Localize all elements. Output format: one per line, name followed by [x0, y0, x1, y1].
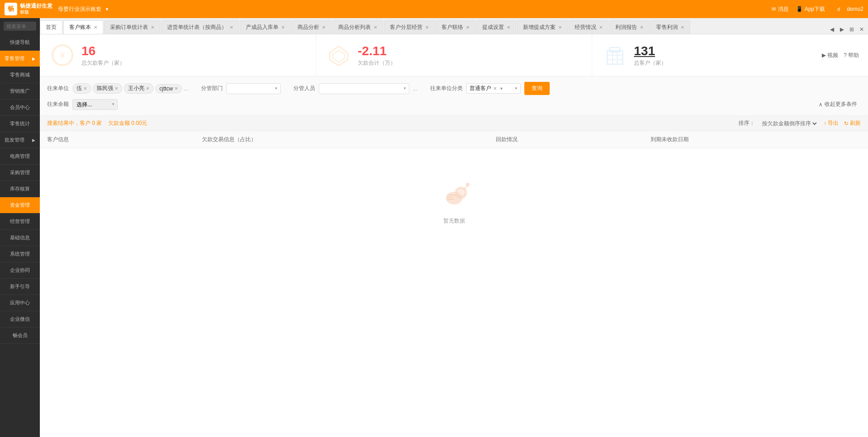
unit-tag-0[interactable]: 伍 ✕ [72, 83, 91, 94]
tag-close-0[interactable]: ✕ [83, 86, 87, 91]
tab-prev-btn[interactable]: ◀ [827, 25, 836, 34]
sidebar-item-member2[interactable]: 畅会员 [0, 328, 40, 344]
filter-more-btn[interactable]: ... [184, 86, 188, 92]
video-btn[interactable]: ▶ 视频 [822, 52, 838, 59]
stat-bar-right: ▶ 视频 ? 帮助 [822, 52, 859, 59]
dept-select[interactable] [226, 83, 281, 94]
wholesale-arrow: ▶ [32, 138, 35, 142]
tab-close-commission[interactable]: ✕ [507, 25, 510, 30]
tab-close-product-inbound[interactable]: ✕ [281, 25, 285, 30]
unit-tag-2[interactable]: 王小亮 ✕ [124, 83, 153, 94]
sidebar-item-enterprise[interactable]: 企业协同 [0, 262, 40, 279]
tab-purchase-order[interactable]: 采购订单统计表 ✕ [104, 20, 160, 34]
tab-product-analysis-list[interactable]: 商品分析列表 ✕ [332, 20, 383, 34]
sidebar-item-wholesale[interactable]: 批发管理 ▶ [0, 132, 40, 148]
tab-close-customer-ledger[interactable]: ✕ [94, 25, 97, 30]
tab-close-contact[interactable]: ✕ [466, 25, 470, 30]
tab-commission-settings[interactable]: 提成设置 ✕ [476, 20, 516, 34]
person-select-wrap [319, 83, 409, 94]
tab-home[interactable]: 首页 [40, 20, 62, 34]
tab-close-product-analysis[interactable]: ✕ [322, 25, 326, 30]
tab-inbound-stats[interactable]: 进货单统计表（按商品） ✕ [161, 20, 239, 34]
stat-info-amount: -2.11 欠款合计（万） [358, 43, 396, 67]
query-button[interactable]: 查询 [524, 82, 550, 95]
tab-retail-profit[interactable]: 零售利润 ✕ [650, 20, 690, 34]
category-tag-wrap[interactable]: 普通客户 ✕ ▼ [466, 83, 521, 94]
app-download-btn[interactable]: 📱 App下载 [796, 5, 825, 13]
tag-close-2[interactable]: ✕ [146, 86, 149, 91]
tab-close-purchase[interactable]: ✕ [151, 25, 154, 30]
tab-next-btn[interactable]: ▶ [837, 25, 846, 34]
tab-close-product-list[interactable]: ✕ [374, 25, 377, 30]
sidebar-item-basic[interactable]: 基础信息 [0, 230, 40, 246]
amount-select[interactable]: 选择... [72, 99, 118, 110]
top-bar-right: ✉ 消息 📱 App下载 d demo2 [772, 3, 863, 15]
sidebar-item-retail-stats[interactable]: 零售统计 [0, 116, 40, 132]
svg-point-14 [466, 183, 470, 186]
help-btn[interactable]: ? 帮助 [844, 52, 859, 59]
stat-value-total: 131 [634, 43, 667, 59]
sort-select[interactable]: 按欠款金额倒序排序 [760, 120, 818, 127]
home-tab-label: 首页 [46, 24, 57, 31]
collapse-wrap: ∧ 收起更多条件 [815, 99, 861, 110]
sidebar-item-quicknav[interactable]: 快捷导航 [0, 34, 40, 51]
sidebar-item-finance[interactable]: 资金管理 [0, 197, 40, 214]
tab-customer-contact[interactable]: 客户联络 ✕ [436, 20, 475, 34]
person-more-btn[interactable]: ... [413, 86, 417, 92]
tab-close-all-btn[interactable]: ✕ [857, 25, 866, 34]
sidebar-item-ecommerce[interactable]: 电商管理 [0, 148, 40, 165]
avatar-initial: d [837, 6, 840, 12]
sidebar: 快捷导航 零售管理 ▶ 零售商城 营销推广 会员中心 零售统计 批发管理 ▶ 电… [0, 18, 40, 437]
tab-close-profit[interactable]: ✕ [640, 25, 643, 30]
refresh-label: 刷新 [850, 119, 861, 127]
tab-operation[interactable]: 经营情况 ✕ [569, 20, 609, 34]
sidebar-item-marketing[interactable]: 营销推广 [0, 83, 40, 100]
sidebar-item-member[interactable]: 会员中心 [0, 100, 40, 116]
sidebar-search-input[interactable] [4, 22, 36, 31]
person-select[interactable] [319, 83, 409, 94]
tab-close-retail-profit[interactable]: ✕ [681, 25, 684, 30]
sidebar-item-system[interactable]: 系统管理 [0, 246, 40, 262]
collapse-btn[interactable]: ∧ 收起更多条件 [815, 99, 861, 110]
sidebar-item-appcenter[interactable]: 应用中心 [0, 295, 40, 311]
collapse-label: 收起更多条件 [825, 100, 857, 108]
tab-product-analysis[interactable]: 商品分析 ✕ [292, 20, 331, 34]
tab-close-inbound[interactable]: ✕ [230, 25, 233, 30]
result-right: 排序： 按欠款金额倒序排序 ↑ 导出 ↻ 刷新 [739, 119, 861, 127]
sidebar-item-newguide[interactable]: 新手引导 [0, 279, 40, 295]
tab-close-operation[interactable]: ✕ [599, 25, 603, 30]
tag-text-1: 陈民强 [97, 85, 113, 92]
store-selector[interactable]: 母婴行业演示账套 ▼ [58, 5, 109, 13]
tab-close-customer-layer[interactable]: ✕ [425, 25, 429, 30]
tab-label: 零售利润 [656, 24, 678, 31]
tab-new-commission[interactable]: 新增提成方案 ✕ [517, 20, 568, 34]
sidebar-item-retail[interactable]: 零售管理 ▶ [0, 51, 40, 67]
tab-customer-layer[interactable]: 客户分层经营 ✕ [384, 20, 435, 34]
logo-text-wrap: 畅捷通好生意 标版 [20, 3, 53, 15]
sidebar-item-wechat[interactable]: 企业微信 [0, 311, 40, 328]
tab-expand-btn[interactable]: ⊞ [847, 25, 856, 34]
message-btn[interactable]: ✉ 消息 [772, 5, 789, 13]
category-label: 往来单位分类 [430, 85, 463, 92]
tab-customer-ledger[interactable]: 客户账本 ✕ [63, 20, 103, 34]
sidebar-item-purchase[interactable]: 采购管理 [0, 165, 40, 181]
sidebar-item-retail-shop[interactable]: 零售商城 [0, 67, 40, 83]
main-layout: 快捷导航 零售管理 ▶ 零售商城 营销推广 会员中心 零售统计 批发管理 ▶ 电… [0, 18, 868, 437]
refresh-btn[interactable]: ↻ 刷新 [844, 119, 861, 127]
unit-tag-1[interactable]: 陈民强 ✕ [93, 83, 122, 94]
sidebar-item-operation[interactable]: 经营管理 [0, 214, 40, 230]
tag-close-1[interactable]: ✕ [115, 86, 118, 91]
unit-tag-3[interactable]: cjttcw ✕ [155, 84, 182, 93]
tab-profit-report[interactable]: 利润报告 ✕ [609, 20, 649, 34]
category-tag-close[interactable]: ✕ [493, 86, 497, 91]
sidebar-item-inventory[interactable]: 库存核算 [0, 181, 40, 197]
stat-item-amount: -2.11 欠款合计（万） [316, 34, 592, 76]
user-avatar-btn[interactable]: d demo2 [832, 3, 863, 15]
export-btn[interactable]: ↑ 导出 [824, 119, 839, 127]
tab-label: 产成品入库单 [246, 24, 278, 31]
stat-info-total: 131 总客户（家） [634, 43, 667, 67]
tab-close-new-commission[interactable]: ✕ [558, 25, 562, 30]
col-customer: 客户信息 [40, 131, 195, 148]
tab-product-inbound[interactable]: 产成品入库单 ✕ [240, 20, 291, 34]
tag-close-3[interactable]: ✕ [174, 86, 178, 91]
